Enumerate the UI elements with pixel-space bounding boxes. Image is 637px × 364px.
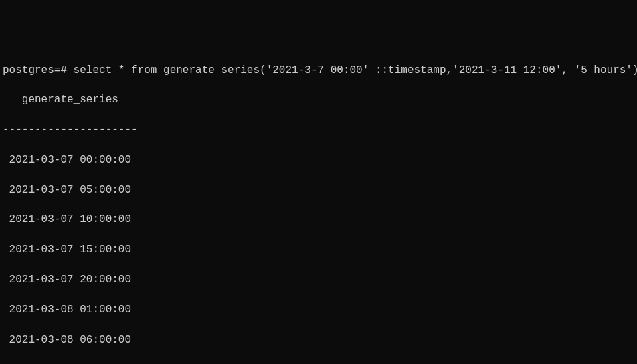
result-rows-container: 2021-03-07 00:00:00 2021-03-07 05:00:00 … bbox=[3, 153, 634, 364]
result-row: 2021-03-08 01:00:00 bbox=[3, 302, 634, 317]
result-divider: --------------------- bbox=[3, 122, 634, 137]
result-row: 2021-03-08 06:00:00 bbox=[3, 333, 634, 347]
result-row: 2021-03-07 00:00:00 bbox=[3, 153, 634, 167]
result-row: 2021-03-07 10:00:00 bbox=[3, 212, 634, 227]
result-row: 2021-03-07 15:00:00 bbox=[3, 242, 634, 257]
result-row: 2021-03-07 05:00:00 bbox=[3, 183, 634, 197]
sql-prompt-line[interactable]: postgres=# select * from generate_series… bbox=[3, 63, 634, 78]
column-header: generate_series bbox=[3, 92, 634, 107]
result-row: 2021-03-07 20:00:00 bbox=[3, 272, 634, 287]
